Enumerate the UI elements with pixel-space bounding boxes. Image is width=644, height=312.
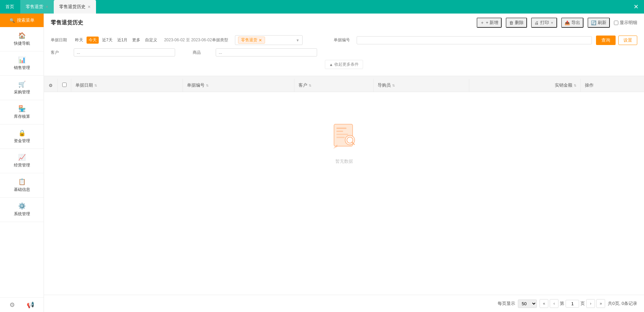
next-page-button[interactable]: ›	[586, 299, 595, 308]
date-option-7days[interactable]: 近7天	[101, 37, 114, 44]
date-filter-group: 单据日期 昨天 今天 近7天 近1月 更多 自定义 2023-06-02 至 2…	[51, 37, 212, 44]
doc-type-select-wrapper[interactable]: 零售退货 ✕ ▼	[235, 35, 303, 45]
sales-mgmt-icon: 📊	[18, 56, 26, 64]
date-option-custom[interactable]: 自定义	[144, 37, 159, 44]
doc-number-label: 单据编号	[334, 37, 354, 43]
doc-type-tag-label: 零售退货	[241, 37, 257, 43]
svg-rect-3	[336, 134, 348, 135]
first-page-button[interactable]: «	[540, 299, 548, 308]
th-doc-date[interactable]: 单据日期 ⇅	[71, 79, 183, 92]
th-customer-sort[interactable]: 客户 ⇅	[299, 82, 311, 88]
svg-rect-4	[336, 137, 345, 138]
th-actual-amount[interactable]: 实销金额 ⇅	[469, 79, 580, 92]
date-option-today[interactable]: 今天	[87, 37, 99, 44]
print-arrow: ▼	[550, 21, 554, 25]
goods-input[interactable]	[216, 48, 317, 57]
th-settings[interactable]: ⚙	[44, 79, 57, 92]
doc-type-tag: 零售退货 ✕	[238, 37, 265, 44]
current-page-input[interactable]	[566, 300, 579, 308]
page-header-top: 零售退货历史 ＋ + 新增 🗑 删除 🖨 打印 ▼	[51, 18, 637, 28]
th-operation-label: 操作	[585, 83, 594, 88]
th-actual-amount-sort[interactable]: 实销金额 ⇅	[555, 82, 576, 88]
page-nav: « ‹ 第 页 › »	[540, 299, 605, 308]
top-bar-close[interactable]: ✕	[634, 3, 644, 10]
th-doc-number[interactable]: 单据编号 ⇅	[183, 79, 294, 92]
query-button[interactable]: 查询	[596, 36, 616, 45]
th-checkbox[interactable]	[57, 79, 71, 92]
customer-input[interactable]	[74, 48, 175, 57]
delete-button[interactable]: 🗑 删除	[506, 18, 527, 28]
audio-icon[interactable]: 📢	[27, 301, 34, 309]
prev-page-button[interactable]: ‹	[550, 299, 558, 308]
export-button[interactable]: 📤 导出	[561, 18, 583, 28]
filter-row-2: 客户 商品	[51, 48, 637, 57]
th-guide-label: 导购员	[378, 82, 391, 88]
date-option-more[interactable]: 更多	[131, 37, 142, 44]
inventory-icon: 🏪	[18, 105, 26, 112]
per-page-select[interactable]: 20 50 100	[518, 299, 537, 308]
collapse-button[interactable]: ▲ 收起更多条件	[325, 60, 363, 69]
last-page-button[interactable]: »	[596, 299, 605, 308]
date-option-1month[interactable]: 近1月	[116, 37, 129, 44]
tab-retail-return-close[interactable]: ✕	[45, 5, 48, 9]
add-label: + 新增	[486, 20, 498, 26]
page-label-post: 页	[580, 300, 585, 307]
delete-icon: 🗑	[509, 20, 514, 25]
main-layout: 🔍 搜索菜单 🏠 快捷导航 📊 销售管理 🛒 采购管理 🏪 库存核算 🔒 资金管…	[0, 14, 644, 312]
sidebar-item-sales-mgmt[interactable]: 📊 销售管理	[0, 51, 44, 76]
tab-retail-return-history[interactable]: 零售退货历史 ✕	[54, 0, 96, 14]
delete-label: 删除	[515, 20, 524, 26]
filter-row-1: 单据日期 昨天 今天 近7天 近1月 更多 自定义 2023-06-02 至 2…	[51, 35, 637, 45]
tab-retail-return-history-close[interactable]: ✕	[88, 5, 91, 9]
sidebar-item-inventory[interactable]: 🏪 库存核算	[0, 100, 44, 125]
sidebar-item-basic-info[interactable]: 📋 基础信息	[0, 173, 44, 198]
date-option-yesterday[interactable]: 昨天	[74, 37, 85, 44]
doc-type-dropdown-arrow[interactable]: ▼	[296, 38, 300, 42]
th-doc-number-sort-icon: ⇅	[206, 84, 209, 87]
doc-type-tag-remove[interactable]: ✕	[259, 38, 262, 43]
page-label-pre: 第	[560, 300, 564, 307]
sidebar-item-quick-nav[interactable]: 🏠 快捷导航	[0, 27, 44, 51]
th-customer[interactable]: 客户 ⇅	[294, 79, 374, 92]
filter-area: 单据日期 昨天 今天 近7天 近1月 更多 自定义 2023-06-02 至 2…	[51, 32, 637, 76]
display-detail-checkbox[interactable]	[614, 21, 618, 25]
th-doc-number-sort[interactable]: 单据编号 ⇅	[187, 82, 209, 88]
sidebar-item-finance[interactable]: 🔒 资金管理	[0, 125, 44, 149]
th-customer-label: 客户	[299, 82, 307, 88]
sidebar-item-sales-mgmt-label: 销售管理	[14, 65, 30, 71]
purchase-mgmt-icon: 🛒	[18, 81, 26, 88]
th-actual-amount-label: 实销金额	[555, 82, 572, 88]
th-doc-date-sort[interactable]: 单据日期 ⇅	[75, 82, 97, 88]
add-button[interactable]: ＋ + 新增	[477, 18, 502, 28]
page-title: 零售退货历史	[51, 19, 83, 26]
sidebar-item-purchase-mgmt[interactable]: 🛒 采购管理	[0, 76, 44, 100]
sidebar-search[interactable]: 🔍 搜索菜单	[0, 14, 44, 27]
print-button[interactable]: 🖨 打印 ▼	[531, 18, 557, 28]
tab-home-label: 首页	[5, 4, 14, 10]
tab-retail-return[interactable]: 零售退货 ✕	[20, 0, 54, 14]
settings-button[interactable]: 设置	[618, 36, 637, 45]
select-all-checkbox[interactable]	[62, 83, 67, 87]
collapse-wrapper: ▲ 收起更多条件	[51, 60, 637, 72]
sidebar-item-system[interactable]: ⚙️ 系统管理	[0, 198, 44, 222]
th-guide[interactable]: 导购员 ⇅	[374, 79, 469, 92]
refresh-label: 刷新	[598, 20, 606, 26]
refresh-button[interactable]: 🔄 刷新	[588, 18, 610, 28]
empty-state-row: 暂无数据	[44, 92, 644, 192]
sidebar-item-basic-info-label: 基础信息	[14, 187, 30, 193]
sidebar-item-operations[interactable]: 📈 经营管理	[0, 149, 44, 173]
top-bar: 首页 零售退货 ✕ 零售退货历史 ✕ ✕	[0, 0, 644, 14]
display-detail-wrapper: 显示明细	[614, 20, 637, 26]
doc-number-input[interactable]	[357, 36, 592, 44]
customer-filter-group: 客户	[51, 48, 193, 57]
settings-bottom-icon[interactable]: ⚙	[9, 301, 15, 309]
tab-home[interactable]: 首页	[0, 0, 20, 14]
sidebar-item-quick-nav-label: 快捷导航	[14, 41, 30, 46]
basic-info-icon: 📋	[18, 178, 26, 185]
customer-label: 客户	[51, 50, 71, 55]
th-guide-sort[interactable]: 导购员 ⇅	[378, 82, 395, 88]
header-actions: ＋ + 新增 🗑 删除 🖨 打印 ▼ 📤 导出	[477, 18, 637, 28]
operations-icon: 📈	[18, 154, 26, 161]
sidebar-bottom: ⚙ 📢	[0, 297, 44, 312]
settings-gear-icon[interactable]: ⚙	[49, 83, 53, 88]
